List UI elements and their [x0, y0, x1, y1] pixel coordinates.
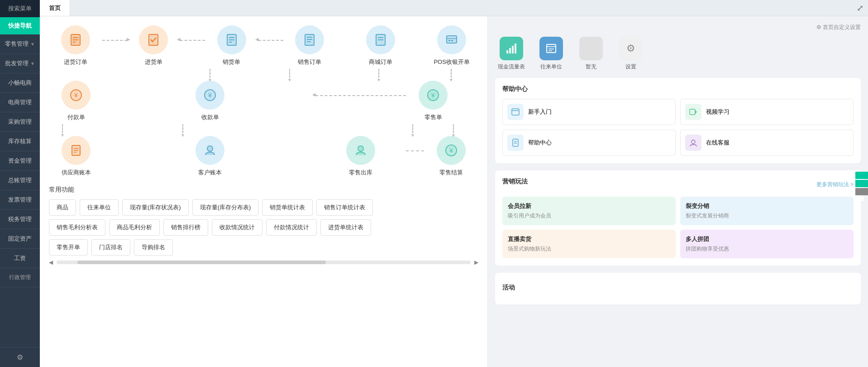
quick-grid-row1: 商品 往来单位 现存量(库存状况表) 现存量(库存分布表) 销货单统计表 销售订… [49, 199, 478, 216]
quick-btn-contacts[interactable]: 往来单位 [80, 199, 119, 216]
svg-text:¥: ¥ [431, 92, 435, 99]
svg-rect-51 [547, 44, 556, 53]
quick-btn-stock1[interactable]: 现存量(库存状况表) [122, 199, 189, 216]
quick-functions: 常用功能 商品 往来单位 现存量(库存状况表) 现存量(库存分布表) 销货单统计… [49, 186, 478, 266]
wf-label-supplier-account: 供应商账本 [62, 169, 91, 177]
activity-title: 活动 [502, 284, 854, 292]
wf-label-sales-order: 销售订单 [298, 58, 321, 66]
wf-node-supplier-account[interactable]: 供应商账本 [49, 136, 103, 177]
svg-rect-49 [512, 46, 514, 53]
marketing-item-fission[interactable]: 裂变分销 裂变式发展分销商 [680, 197, 854, 225]
floating-btns: 客服热线 服务社区 桌面快捷 [855, 172, 868, 195]
sidebar-item-assets[interactable]: 固定资产 [0, 229, 40, 249]
settings-icon: ⚙ [619, 37, 643, 60]
shortcut-settings[interactable]: ⚙ 设置 [615, 37, 647, 71]
quick-btn-retail-order[interactable]: 零售开单 [49, 239, 88, 256]
wf-node-pos[interactable]: POS收银开单 [425, 25, 478, 66]
quick-btn-sales-rank[interactable]: 销售排行榜 [163, 219, 208, 236]
sidebar-item-tax[interactable]: 税务管理 [0, 210, 40, 229]
wf-node-customer-account[interactable]: 客户账本 [183, 136, 237, 177]
more-marketing-link[interactable]: 更多营销玩法 > [816, 181, 854, 188]
help-item-docs-label: 帮助中心 [528, 139, 552, 147]
sidebar-item-label: 小畅电商 [8, 79, 32, 87]
float-btn-community[interactable]: 服务社区 [855, 180, 868, 187]
sidebar-item-label: 采购管理 [8, 118, 32, 126]
marketing-item-group[interactable]: 多人拼团 拼团购物享受优惠 [680, 230, 854, 258]
quick-btn-sales-profit[interactable]: 销售毛利分析表 [49, 219, 105, 236]
sidebar-item-ecommerce-small[interactable]: 小畅电商 [0, 73, 40, 93]
wf-node-purchase[interactable]: 进货单 [127, 25, 181, 66]
wf-node-retail[interactable]: ¥ 零售单 [406, 81, 460, 121]
marketing-live-desc: 场景式购物新玩法 [508, 245, 670, 253]
sidebar-item-purchase[interactable]: 采购管理 [0, 112, 40, 132]
sidebar-search[interactable]: 搜索菜单 [0, 0, 40, 17]
float-btn-desktop[interactable]: 桌面快捷 [855, 188, 868, 195]
float-btn-service[interactable]: 客服热线 [855, 172, 868, 179]
quick-btn-purchase-stat[interactable]: 进货单统计表 [320, 219, 371, 236]
marketing-item-live[interactable]: 直播卖货 场景式购物新玩法 [502, 230, 676, 258]
scroll-track[interactable] [57, 261, 471, 264]
shortcut-contacts[interactable]: 往来单位 [535, 37, 568, 71]
shortcut-cashflow[interactable]: 现金流量表 [495, 37, 528, 71]
main-area: 首页 ⤢ 进货订单 [40, 0, 868, 367]
left-panel: 进货订单 ▶ 进货单 [40, 16, 488, 367]
activity-card: 活动 [495, 273, 861, 304]
shortcut-settings-label: 设置 [625, 63, 636, 71]
marketing-header: 营销玩法 更多营销玩法 > [502, 178, 854, 191]
sidebar-item-ledger[interactable]: 总账管理 [0, 171, 40, 190]
sidebar-item-ecommerce[interactable]: 电商管理 [0, 93, 40, 112]
quick-btn-sales-stat[interactable]: 销货单统计表 [262, 199, 313, 216]
svg-marker-58 [695, 110, 697, 114]
marketing-item-member[interactable]: 会员拉新 吸引用户成为会员 [502, 197, 676, 225]
sidebar-item-retail[interactable]: 零售管理 ▼ [0, 34, 40, 54]
svg-text:¥: ¥ [449, 147, 453, 154]
expand-icon[interactable]: ⤢ [857, 3, 868, 13]
help-grid: 新手入门 视频学习 帮助中心 [502, 99, 854, 156]
help-item-video[interactable]: 视频学习 [680, 99, 854, 125]
cashflow-icon [500, 37, 523, 60]
pos-icon [437, 25, 466, 54]
wf-node-sales[interactable]: 销货单 [205, 25, 258, 66]
wf-node-purchase-order[interactable]: 进货订单 [49, 25, 102, 66]
sidebar-item-finance[interactable]: 资金管理 [0, 151, 40, 171]
wf-node-payment[interactable]: ¥ 付款单 [49, 81, 103, 121]
help-item-beginner[interactable]: 新手入门 [502, 99, 676, 125]
workflow-diagram: 进货订单 ▶ 进货单 [49, 25, 478, 177]
retail-out-icon [346, 136, 375, 165]
customize-label: 首页自定义设置 [823, 24, 861, 30]
shortcut-empty[interactable]: 暂无 [575, 37, 607, 71]
wf-node-retail-out[interactable]: 零售出库 [334, 136, 388, 177]
quick-btn-payment-stat[interactable]: 付款情况统计 [266, 219, 317, 236]
sidebar-settings[interactable]: ⚙ [0, 347, 40, 367]
wf-node-mall-order[interactable]: 商城订单 [354, 25, 408, 66]
sidebar-item-wholesale[interactable]: 批发管理 ▼ [0, 54, 40, 73]
sidebar-item-admin[interactable]: 行政管理 [0, 268, 40, 287]
wf-label-retail-settlement: 零售结算 [439, 169, 463, 177]
wf-node-retail-settlement[interactable]: ¥ 零售结算 [424, 136, 478, 177]
marketing-member-desc: 吸引用户成为会员 [508, 212, 670, 220]
quick-btn-guide-rank[interactable]: 导购排名 [134, 239, 173, 256]
customer-account-icon [196, 136, 224, 165]
sidebar-item-inventory[interactable]: 库存核算 [0, 132, 40, 151]
sidebar-item-invoice[interactable]: 发票管理 [0, 190, 40, 210]
quick-btn-goods[interactable]: 商品 [49, 199, 76, 216]
quick-btn-goods-profit[interactable]: 商品毛利分析 [109, 219, 160, 236]
scroll-left-arrow[interactable]: ◀ [49, 259, 53, 266]
quick-btn-stock2[interactable]: 现存量(库存分布表) [192, 199, 259, 216]
chevron-down-icon: ▼ [30, 42, 35, 47]
wf-node-sales-order[interactable]: 销售订单 [283, 25, 337, 66]
help-item-support[interactable]: 在线客服 [680, 130, 854, 156]
scroll-right-arrow[interactable]: ▶ [474, 259, 478, 266]
wf-node-receipt[interactable]: ¥ 收款单 [183, 81, 237, 121]
home-customize[interactable]: ⚙ 首页自定义设置 [495, 24, 861, 31]
shortcut-empty-label: 暂无 [586, 63, 596, 71]
shortcuts-row: 现金流量表 往来单位 暂无 ⚙ 设置 [495, 37, 861, 71]
help-item-docs[interactable]: 帮助中心 [502, 130, 676, 156]
sidebar-item-salary[interactable]: 工资 [0, 249, 40, 268]
scroll-thumb [77, 261, 326, 264]
quick-btn-store-rank[interactable]: 门店排名 [91, 239, 130, 256]
sidebar-item-label: 发票管理 [8, 196, 32, 204]
quick-btn-sales-order-stat[interactable]: 销售订单统计表 [316, 199, 373, 216]
tab-home[interactable]: 首页 [40, 0, 70, 16]
quick-btn-receipt-stat[interactable]: 收款情况统计 [212, 219, 262, 236]
